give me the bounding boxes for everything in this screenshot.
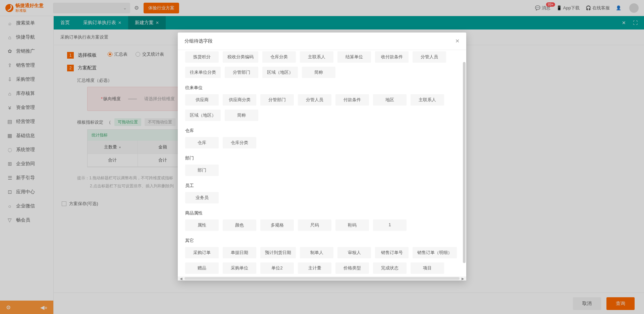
- group-field-modal: 分组待选字段 ✕ 拣货积分税收分类编码仓库分类主联系人结算单位收付款条件分管人员…: [178, 33, 466, 280]
- field-chip[interactable]: 审核人: [337, 247, 371, 258]
- group-title: 部门: [185, 155, 459, 161]
- field-chip[interactable]: 主计量: [298, 262, 331, 274]
- field-chip[interactable]: 区域（地区）: [262, 67, 298, 78]
- field-chip[interactable]: 付款条件: [335, 94, 369, 106]
- scroll-left-icon[interactable]: ◀: [180, 277, 182, 280]
- group-title: 员工: [185, 183, 459, 189]
- field-chip[interactable]: 供应商: [185, 94, 219, 106]
- field-chip[interactable]: 颜色: [223, 219, 256, 231]
- field-chip[interactable]: 分管部门: [260, 94, 294, 106]
- field-chip[interactable]: 仓库分类: [223, 137, 256, 148]
- field-chip[interactable]: 仓库分类: [262, 51, 296, 63]
- field-chip[interactable]: 鞋码: [335, 219, 369, 231]
- field-chip[interactable]: 区域（地区）: [185, 110, 221, 121]
- field-chip[interactable]: 分管人员: [413, 51, 446, 63]
- field-chip[interactable]: 价格类型: [335, 262, 369, 274]
- field-chip[interactable]: 销售订单号: [375, 247, 409, 258]
- field-chip[interactable]: 主联系人: [300, 51, 333, 63]
- field-chip[interactable]: 分管部门: [225, 67, 258, 78]
- field-chip[interactable]: 结算单位: [337, 51, 371, 63]
- field-chip[interactable]: 赠品: [185, 262, 219, 274]
- field-chip[interactable]: 属性: [185, 219, 219, 231]
- field-chip[interactable]: 采购订单: [185, 247, 219, 258]
- field-chip[interactable]: 税收分类编码: [223, 51, 258, 63]
- field-chip[interactable]: 简称: [302, 67, 335, 78]
- field-chip[interactable]: 尺码: [298, 219, 331, 231]
- field-chip[interactable]: 收付款条件: [375, 51, 409, 63]
- field-chip[interactable]: 往来单位分类: [185, 67, 221, 78]
- field-chip[interactable]: 项目: [411, 262, 444, 274]
- modal-title: 分组待选字段: [184, 38, 213, 44]
- group-title: 往来单位: [185, 85, 459, 91]
- group-title: 商品属性: [185, 210, 459, 216]
- field-chip[interactable]: 业务员: [185, 192, 219, 203]
- field-chip[interactable]: 地区: [373, 94, 407, 106]
- field-chip[interactable]: 单位2: [260, 262, 294, 274]
- field-chip[interactable]: 仓库: [185, 137, 219, 148]
- field-chip[interactable]: 多规格: [260, 219, 294, 231]
- field-chip[interactable]: 简称: [225, 110, 258, 121]
- field-chip[interactable]: 1: [373, 219, 407, 231]
- close-icon[interactable]: ✕: [455, 38, 460, 44]
- field-chip[interactable]: 预计到货日期: [260, 247, 296, 258]
- field-chip[interactable]: 分管人员: [298, 94, 331, 106]
- group-title: 仓库: [185, 128, 459, 134]
- scroll-right-icon[interactable]: ▶: [462, 277, 464, 280]
- field-chip[interactable]: 主联系人: [411, 94, 444, 106]
- modal-hscrollbar[interactable]: ◀ ▶: [178, 276, 466, 280]
- field-chip[interactable]: 拣货积分: [185, 51, 219, 63]
- field-chip[interactable]: 部门: [185, 165, 219, 176]
- field-chip[interactable]: 单据日期: [223, 247, 256, 258]
- group-title: 其它: [185, 238, 459, 244]
- field-chip[interactable]: 制单人: [300, 247, 333, 258]
- field-chip[interactable]: 完成状态: [373, 262, 407, 274]
- field-chip[interactable]: 供应商分类: [223, 94, 256, 106]
- field-chip[interactable]: 销售订单（明细）: [413, 247, 457, 258]
- field-chip[interactable]: 采购单位: [223, 262, 256, 274]
- modal-vscrollbar[interactable]: [463, 50, 466, 276]
